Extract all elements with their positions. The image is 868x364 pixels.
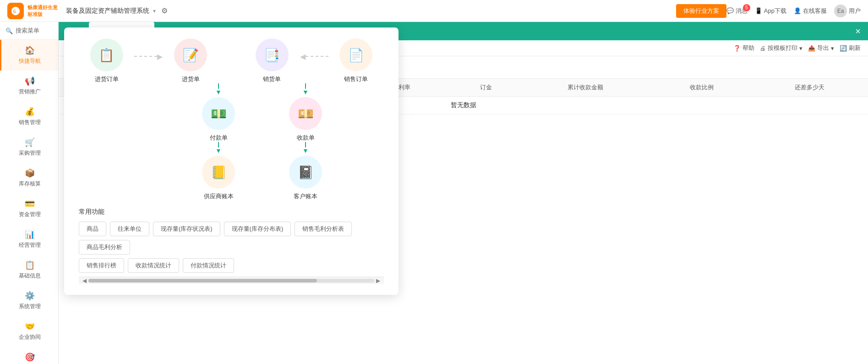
sales-order-icon: 📄 (348, 48, 364, 63)
common-btn-sales-rank[interactable]: 销售排行榜 (79, 258, 124, 273)
scroll-thumb[interactable] (88, 279, 317, 283)
down-arrow-sales: ▼ (276, 83, 335, 95)
supplier-ledger-circle: 📒 (202, 156, 235, 189)
common-btn-payment-stats[interactable]: 付款情况统计 (183, 258, 234, 273)
down-arrow-purchase: ▼ (189, 83, 248, 95)
scroll-track[interactable] (88, 279, 374, 283)
customer-ledger-circle: 📓 (289, 156, 322, 189)
scroll-left-btn[interactable]: ◀ (81, 277, 88, 284)
sales-order-circle: 📄 (339, 38, 372, 71)
scroll-bar-area: ◀ ▶ (79, 277, 384, 284)
common-btns-row1: 商品 往来单位 现存量(库存状况表) 现存量(库存分布表) 销售毛利分析表 商品… (79, 222, 384, 255)
common-btn-contact[interactable]: 往来单位 (110, 222, 149, 236)
down-arrow-payment: ▼ (189, 142, 248, 154)
flow-node-purchase-order: 📋 进货订单 (79, 38, 134, 83)
flow-node-sales-receipt: 📑 销货单 (244, 38, 300, 83)
down-arrow-receipt: ▼ (276, 142, 335, 154)
receipt-circle: 💴 (289, 97, 322, 130)
purchase-receipt-circle: 📝 (174, 38, 207, 71)
payment-label: 付款单 (210, 134, 228, 142)
common-btn-product-profit[interactable]: 商品毛利分析 (79, 240, 130, 255)
purchase-order-icon: 📋 (98, 48, 115, 63)
payment-icon: 💵 (211, 106, 227, 121)
common-functions-section: 常用功能 商品 往来单位 现存量(库存状况表) 现存量(库存分布表) 销售毛利分… (79, 208, 384, 273)
common-functions-title: 常用功能 (79, 208, 384, 216)
sales-receipt-icon: 📑 (264, 48, 280, 63)
sales-order-label: 销售订单 (344, 75, 368, 83)
customer-ledger-icon: 📓 (298, 165, 314, 180)
common-btn-sales-profit[interactable]: 销售毛利分析表 (295, 222, 352, 236)
common-btn-product[interactable]: 商品 (79, 222, 106, 236)
purchase-order-circle: 📋 (90, 38, 123, 71)
flow-node-purchase-receipt: 📝 进货单 (163, 38, 218, 83)
common-btn-receipt-stats[interactable]: 收款情况统计 (128, 258, 179, 273)
connector-2: ◀ (300, 52, 328, 70)
purchase-receipt-icon: 📝 (183, 48, 199, 63)
common-btn-inventory-dist[interactable]: 现存量(库存分布表) (224, 222, 291, 236)
supplier-ledger-label: 供应商账本 (204, 192, 234, 201)
popup-overlay: 📋 进货订单 ▶ 📝 进货单 (0, 0, 868, 364)
sales-receipt-circle: 📑 (256, 38, 289, 71)
purchase-receipt-label: 进货单 (182, 75, 200, 83)
common-btns-row2: 销售排行榜 收款情况统计 付款情况统计 (79, 258, 384, 273)
popup-modal: 📋 进货订单 ▶ 📝 进货单 (64, 27, 399, 295)
payment-circle: 💵 (202, 97, 235, 130)
flow-node-receipt: 💴 收款单 (276, 97, 335, 142)
flow-node-supplier-ledger: 📒 供应商账本 (189, 156, 248, 201)
flow-node-payment: 💵 付款单 (189, 97, 248, 142)
sales-receipt-label: 销货单 (263, 75, 281, 83)
purchase-order-label: 进货订单 (95, 75, 119, 83)
common-btn-inventory-status[interactable]: 现存量(库存状况表) (153, 222, 220, 236)
supplier-ledger-icon: 📒 (211, 165, 227, 180)
connector-1: ▶ (134, 52, 163, 70)
flow-node-sales-order: 📄 销售订单 (328, 38, 384, 83)
receipt-icon: 💴 (298, 106, 314, 121)
scroll-right-btn[interactable]: ▶ (374, 277, 382, 284)
receipt-label: 收款单 (297, 134, 315, 142)
customer-ledger-label: 客户账本 (294, 192, 317, 201)
flow-node-customer-ledger: 📓 客户账本 (276, 156, 335, 201)
